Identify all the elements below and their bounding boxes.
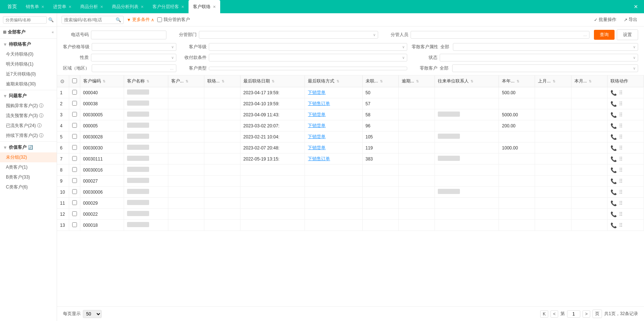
more-icon[interactable]: ⠿ — [619, 156, 623, 162]
nav-tab-purchase[interactable]: 进货单 ✕ — [49, 0, 76, 13]
manager-select[interactable]: … — [411, 31, 590, 39]
close-analysis-tab[interactable]: ✕ — [100, 5, 103, 9]
close-purchase-tab[interactable]: ✕ — [68, 5, 71, 9]
sidebar-item-today[interactable]: 今天待联络(0) — [0, 49, 57, 59]
query-btn[interactable]: 查询 — [594, 30, 615, 40]
sidebar-item-tomorrow[interactable]: 明天待联络(1) — [0, 59, 57, 69]
more-icon[interactable]: ⠿ — [619, 123, 623, 129]
more-icon[interactable]: ⠿ — [619, 167, 623, 173]
last-method-link[interactable]: 下销售订单 — [308, 101, 330, 106]
select-all-checkbox[interactable] — [72, 78, 77, 83]
my-customers-checkbox[interactable]: 我分管的客户 — [157, 17, 190, 23]
more-icon[interactable]: ⠿ — [619, 101, 623, 107]
row-checkbox[interactable] — [72, 90, 77, 95]
call-icon[interactable]: 📞 — [610, 90, 617, 96]
last-method-link[interactable]: 下销售订单 — [308, 156, 330, 161]
call-icon[interactable]: 📞 — [610, 189, 617, 195]
nav-tab-customer-segment[interactable]: 客户分层经客 ✕ — [148, 0, 189, 13]
last-month-sort-icon[interactable]: ⇅ — [553, 80, 556, 83]
per-page-select[interactable]: 50 100 — [83, 310, 102, 318]
prev-page-btn[interactable]: < — [550, 310, 558, 318]
more-icon[interactable]: ⠿ — [619, 178, 623, 184]
close-contact-tab[interactable]: ✕ — [213, 5, 216, 9]
retail-customer-select[interactable]: ∨ — [452, 64, 638, 72]
nav-tab-sales[interactable]: 销售单 ✕ — [21, 0, 49, 13]
sidebar-item-class-a[interactable]: A类客户(1) — [0, 162, 57, 172]
sidebar-item-ungrouped[interactable]: 未分组(32) — [0, 152, 57, 162]
last-page-btn[interactable]: 页 — [592, 310, 602, 318]
price-level-select[interactable]: ∨ — [92, 43, 176, 51]
nature-select[interactable]: ∨ — [91, 54, 176, 61]
last-date-sort-icon[interactable]: ⇅ — [272, 80, 275, 83]
more-icon[interactable]: ⠿ — [619, 189, 623, 195]
row-checkbox[interactable] — [72, 178, 77, 183]
call-icon[interactable]: 📞 — [610, 145, 617, 151]
call-icon[interactable]: 📞 — [610, 112, 617, 118]
not-contact-sort-icon[interactable]: ⇅ — [380, 80, 383, 83]
row-checkbox[interactable] — [72, 134, 77, 139]
customer-type-select[interactable] — [209, 67, 407, 70]
sidebar-item-overdue[interactable]: 逾期未联络(30) — [0, 79, 57, 89]
more-icon[interactable]: ⠿ — [619, 112, 623, 118]
row-checkbox[interactable] — [72, 156, 77, 161]
search-icon[interactable]: 🔍 — [116, 17, 121, 22]
more-icon[interactable]: ⠿ — [619, 145, 623, 151]
all-customers-header[interactable]: ⊞ 全部客户 « — [0, 27, 57, 38]
call-icon[interactable]: 📞 — [610, 156, 617, 162]
more-icon[interactable]: ⠿ — [619, 90, 623, 96]
close-segment-tab[interactable]: ✕ — [181, 5, 184, 9]
more-icon[interactable]: ⠿ — [619, 222, 623, 228]
call-icon[interactable]: 📞 — [610, 167, 617, 173]
last-method-link[interactable]: 下销货单 — [308, 90, 325, 95]
more-conditions-btn[interactable]: ▼ 更多条件 ∧ — [127, 17, 154, 23]
first-page-btn[interactable]: K — [540, 310, 548, 318]
unit-contact-sort-icon[interactable]: ⇅ — [471, 80, 474, 83]
this-year-sort-icon[interactable]: ⇅ — [517, 80, 520, 83]
call-icon[interactable]: 📞 — [610, 134, 617, 140]
row-checkbox[interactable] — [72, 211, 77, 216]
export-btn[interactable]: ↗ 导出 — [622, 15, 640, 24]
table-settings-icon[interactable]: ⚙ — [60, 78, 65, 84]
call-icon[interactable]: 📞 — [610, 200, 617, 206]
this-month-sort-icon[interactable]: ⇅ — [589, 80, 592, 83]
sidebar-group-pending[interactable]: ▼ 待联络客户 — [0, 39, 57, 49]
call-icon[interactable]: 📞 — [610, 101, 617, 107]
row-checkbox[interactable] — [72, 222, 77, 227]
contact-sort-icon[interactable]: ⇅ — [222, 80, 225, 83]
retail-attr-select[interactable]: ∨ — [453, 43, 638, 51]
row-checkbox[interactable] — [72, 200, 77, 205]
close-sales-tab[interactable]: ✕ — [41, 5, 44, 9]
batch-op-btn[interactable]: ✓ 批量操作 — [592, 15, 619, 24]
row-checkbox[interactable] — [72, 189, 77, 194]
last-method-link[interactable]: 下销货单 — [308, 134, 325, 139]
call-icon[interactable]: 📞 — [610, 123, 617, 129]
phone-input[interactable] — [91, 31, 166, 39]
overdue-sort-icon[interactable]: ⇅ — [416, 80, 419, 83]
sidebar-item-abnormal[interactable]: 囤购异常客户(2) ⓘ — [0, 101, 57, 111]
close-analysis-list-tab[interactable]: ✕ — [141, 5, 144, 9]
my-customers-check[interactable] — [157, 17, 162, 22]
sidebar-item-churn-warning[interactable]: 流失预警客户(3) ⓘ — [0, 111, 57, 121]
row-checkbox[interactable] — [72, 101, 77, 106]
window-close-btn[interactable]: ✕ — [631, 4, 641, 10]
status-select[interactable]: ∨ — [440, 54, 638, 61]
sidebar-item-declining[interactable]: 持续下滑客户(2) ⓘ — [0, 131, 57, 141]
nav-tab-analysis[interactable]: 商品分析 ✕ — [76, 0, 108, 13]
sidebar-group-problem[interactable]: ▼ 问题客户 — [0, 91, 57, 101]
code-sort-icon[interactable]: ⇅ — [103, 80, 106, 83]
nav-tab-analysis-list[interactable]: 商品分析列表 ✕ — [108, 0, 148, 13]
last-method-link[interactable]: 下销货单 — [308, 123, 325, 128]
sidebar-search-input[interactable] — [3, 16, 47, 24]
sidebar-item-class-b[interactable]: B类客户(33) — [0, 172, 57, 182]
sidebar-item-churned[interactable]: 已流失客户(24) ⓘ — [0, 121, 57, 131]
nav-tab-customer-contact[interactable]: 客户联络 ✕ — [189, 0, 220, 13]
more-icon[interactable]: ⠿ — [619, 134, 623, 140]
next-page-btn[interactable]: > — [583, 310, 590, 318]
page-input[interactable] — [567, 310, 580, 318]
type-sort-icon[interactable]: ⇅ — [186, 80, 189, 83]
last-method-link[interactable]: 下销货单 — [308, 145, 325, 150]
dept-select[interactable]: ∨ — [199, 31, 378, 39]
last-method-link[interactable]: 下销货单 — [308, 112, 325, 117]
more-icon[interactable]: ⠿ — [619, 200, 623, 206]
last-method-sort-icon[interactable]: ⇅ — [337, 80, 339, 83]
